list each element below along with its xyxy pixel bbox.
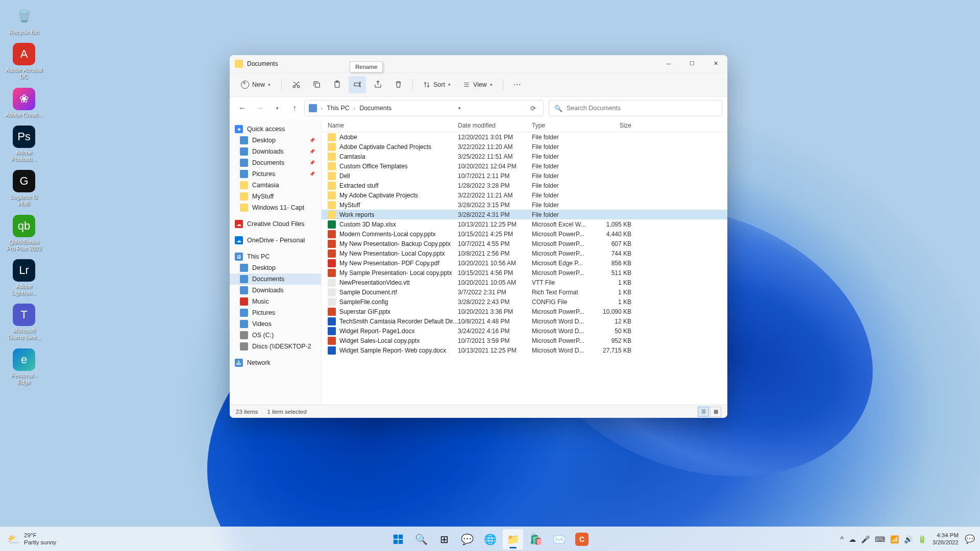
notifications-button[interactable]: 💬 [965, 534, 975, 544]
column-type[interactable]: Type [532, 122, 593, 129]
back-button[interactable]: ← [235, 101, 250, 116]
file-row[interactable]: Sample Document.rtf3/7/2022 2:31 PMRich … [322, 287, 727, 297]
keyboard-icon[interactable]: ⌨ [875, 535, 885, 543]
search-box[interactable]: 🔍 [549, 100, 722, 116]
file-row[interactable]: Widget Sales-Local copy.pptx10/7/2021 3:… [322, 336, 727, 345]
battery-icon[interactable]: 🔋 [918, 535, 926, 543]
sidebar-item[interactable]: Camtasia [230, 180, 321, 191]
file-row[interactable]: MyStuff3/28/2022 3:15 PMFile folder [322, 200, 727, 210]
file-row[interactable]: My New Presentation- Backup Copy.pptx10/… [322, 239, 727, 248]
file-row[interactable]: Custom Office Templates10/20/2021 12:04 … [322, 161, 727, 171]
column-name[interactable]: Name [328, 122, 458, 129]
sidebar-item[interactable]: Windows 11- Capt [230, 202, 321, 213]
address-bar[interactable]: › This PC › Documents ▾ ⟳ [304, 100, 544, 116]
column-date[interactable]: Date modified [458, 122, 532, 129]
explorer-button[interactable]: 📁 [503, 529, 523, 549]
sidebar-item[interactable]: ☁Creative Cloud Files [230, 218, 321, 230]
start-button[interactable] [388, 529, 408, 549]
breadcrumb-folder[interactable]: Documents [359, 105, 391, 112]
file-row[interactable]: Superstar GIF.pptx10/20/2021 3:36 PMMicr… [322, 307, 727, 316]
cut-button[interactable] [287, 76, 305, 93]
minimize-button[interactable]: ─ [657, 55, 680, 72]
sidebar-item[interactable]: MyStuff [230, 191, 321, 202]
weather-widget[interactable]: ⛅ 29°F Partly sunny [7, 532, 56, 546]
sidebar-item[interactable]: Pictures📌 [230, 168, 321, 180]
sidebar-item[interactable]: Desktop📌 [230, 135, 321, 146]
file-row[interactable]: My New Presentation- Local Copy.pptx10/8… [322, 248, 727, 258]
edge-button[interactable]: 🌐 [480, 529, 500, 549]
file-row[interactable]: Widget Report- Page1.docx3/24/2022 4:16 … [322, 326, 727, 336]
share-button[interactable] [369, 76, 386, 93]
onedrive-icon[interactable]: ☁ [849, 535, 856, 543]
file-row[interactable]: My Adobe Captivate Projects3/22/2022 11:… [322, 190, 727, 200]
file-row[interactable]: My Sample Presentation- Local copy.pptx1… [322, 268, 727, 278]
wifi-icon[interactable]: 📶 [890, 535, 899, 543]
sidebar-item[interactable]: Music [230, 296, 321, 307]
file-row[interactable]: SampleFile.config3/28/2022 2:43 PMCONFIG… [322, 297, 727, 307]
system-tray[interactable]: ^ ☁ 🎤 ⌨ 📶 🔊 🔋 [840, 535, 926, 543]
thumbnails-view-button[interactable]: ▦ [710, 407, 721, 417]
paste-button[interactable] [328, 76, 346, 93]
chat-button[interactable]: 💬 [457, 529, 477, 549]
file-row[interactable]: Adobe12/20/2021 3:01 PMFile folder [322, 132, 727, 142]
sidebar-item[interactable]: Videos [230, 318, 321, 330]
details-view-button[interactable]: ☰ [698, 407, 709, 417]
file-row[interactable]: Camtasia3/25/2022 11:51 AMFile folder [322, 152, 727, 161]
delete-button[interactable] [389, 76, 407, 93]
refresh-button[interactable]: ⟳ [527, 105, 539, 112]
sidebar-item[interactable]: Desktop [230, 262, 321, 273]
sidebar-item[interactable]: ☁OneDrive - Personal [230, 235, 321, 246]
file-row[interactable]: Dell10/7/2021 2:11 PMFile folder [322, 171, 727, 181]
breadcrumb-pc[interactable]: This PC [327, 105, 349, 112]
titlebar[interactable]: Documents ─ ☐ ✕ [230, 55, 727, 72]
desktop-icon[interactable]: GLogitech G HUB [4, 170, 44, 207]
file-row[interactable]: Adobe Captivate Cached Projects3/22/2022… [322, 142, 727, 152]
more-button[interactable]: ⋯ [509, 76, 526, 93]
file-row[interactable]: Custom 3D Map.xlsx10/13/2021 12:25 PMMic… [322, 219, 727, 229]
search-input[interactable] [567, 105, 717, 112]
desktop-icon[interactable]: PsAdobe Photosh... [4, 126, 44, 163]
file-row[interactable]: My New Presentation- PDF Copy.pdf10/20/2… [322, 258, 727, 268]
dropdown-icon[interactable]: ▾ [455, 106, 464, 111]
column-size[interactable]: Size [593, 122, 631, 129]
sort-button[interactable]: Sort ▾ [419, 79, 455, 91]
desktop-icon[interactable]: TMicrosoft Teams (wor... [4, 304, 44, 341]
sidebar-item[interactable]: 🖧Network [230, 357, 321, 368]
file-row[interactable]: Extracted stuff1/28/2022 3:28 PMFile fol… [322, 181, 727, 190]
mail-button[interactable]: ✉️ [549, 529, 569, 549]
file-row[interactable]: Widget Sample Report- Web copy.docx10/13… [322, 345, 727, 355]
sidebar-item[interactable]: Pictures [230, 307, 321, 318]
view-button[interactable]: View ▾ [458, 79, 497, 91]
task-view-button[interactable]: ⊞ [434, 529, 454, 549]
recent-button[interactable]: ▾ [270, 101, 285, 116]
desktop-icon[interactable]: ePersonal - Edge [4, 348, 44, 386]
maximize-button[interactable]: ☐ [680, 55, 704, 72]
up-button[interactable]: ↑ [287, 101, 302, 116]
tray-chevron-icon[interactable]: ^ [840, 535, 844, 543]
sidebar-item[interactable]: Downloads [230, 285, 321, 296]
sidebar-item[interactable]: Documents [230, 273, 321, 285]
sidebar-item[interactable]: Discs (\\DESKTOP-2 [230, 341, 321, 352]
forward-button[interactable]: → [252, 101, 267, 116]
desktop-icon[interactable]: LrAdobe Lightroo... [4, 259, 44, 296]
sidebar-item[interactable]: 🖥This PC [230, 251, 321, 262]
desktop-icon[interactable]: ❀Adobe Creati... [4, 88, 44, 118]
volume-icon[interactable]: 🔊 [904, 535, 913, 543]
camtasia-button[interactable]: C [572, 529, 592, 549]
sidebar-item[interactable]: Documents📌 [230, 157, 321, 168]
close-button[interactable]: ✕ [704, 55, 727, 72]
file-row[interactable]: Work reports3/28/2022 4:31 PMFile folder [322, 210, 727, 219]
search-button[interactable]: 🔍 [411, 529, 431, 549]
store-button[interactable]: 🛍️ [526, 529, 546, 549]
desktop-icon[interactable]: qbQuickBooks Pro Plus 2022 [4, 215, 44, 252]
desktop-icon[interactable]: AAdobe Acrobat DC [4, 43, 44, 80]
file-row[interactable]: NewPresentationVideo.vtt10/20/2021 10:05… [322, 278, 727, 287]
sidebar-item[interactable]: ★Quick access [230, 123, 321, 135]
file-row[interactable]: Modern Comments-Local copy.pptx10/15/202… [322, 229, 727, 239]
rename-button[interactable] [349, 76, 366, 93]
clock[interactable]: 4:34 PM 3/28/2022 [933, 532, 959, 546]
new-button[interactable]: New ▾ [236, 78, 276, 91]
desktop-icon[interactable]: 🗑️Recycle Bin [4, 5, 44, 36]
copy-button[interactable] [308, 76, 325, 93]
file-row[interactable]: TechSmith Camtasia Recorder Default Dir.… [322, 316, 727, 326]
